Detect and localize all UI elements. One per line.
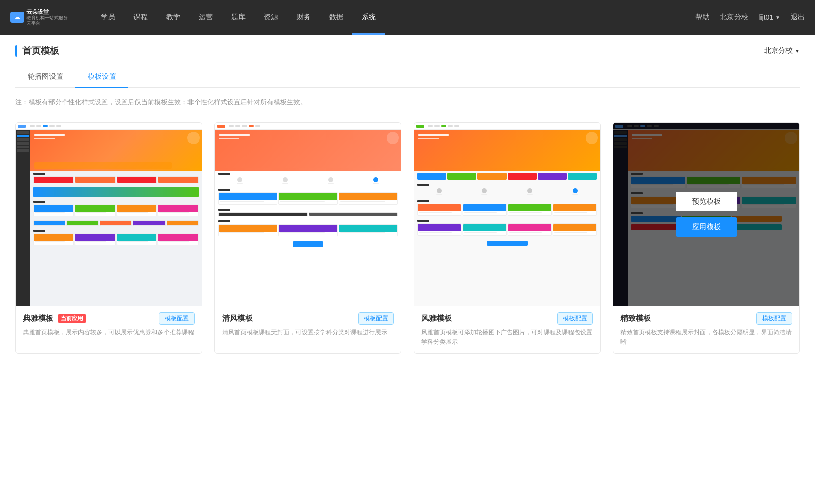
config-button-fengya[interactable]: 模板配置 (557, 312, 593, 325)
navbar-right: 帮助 北京分校 lijt01 ▼ 退出 (695, 13, 805, 22)
logo-icon: ☁ (10, 12, 24, 23)
nav-item-finance[interactable]: 财务 (287, 0, 320, 35)
template-card-dianyan[interactable]: 典雅模板 当前应用 模板配置 典雅首页模板，展示内容较多，可以展示优惠券和多个推… (15, 122, 202, 354)
config-button-qingfeng[interactable]: 模板配置 (358, 312, 394, 325)
template-preview-jingzhi: 预览模板 应用模板 (613, 123, 799, 306)
page-content: 首页模板 北京分校 ▼ 轮播图设置 模板设置 注：模板有部分个性化样式设置，设置… (0, 35, 815, 504)
nav-item-operations[interactable]: 运营 (189, 0, 222, 35)
template-preview-fengya (414, 123, 600, 306)
template-desc-jingzhi: 精致首页模板支持课程展示封面，各模板分隔明显，界面简洁清晰 (620, 328, 792, 346)
user-menu[interactable]: lijt01 ▼ (758, 13, 780, 21)
nav-item-resources[interactable]: 资源 (255, 0, 287, 35)
tab-template[interactable]: 模板设置 (75, 67, 128, 88)
template-preview-dianyan (16, 123, 202, 306)
nav-item-questions[interactable]: 题库 (222, 0, 255, 35)
logo-sub: 教育机构一站式服务云平台 (26, 15, 71, 26)
template-preview-qingfeng (215, 123, 401, 306)
page-title: 首页模板 (22, 45, 59, 57)
template-footer-fengya: 风雅模板 模板配置 风雅首页模板可添加轮播图下广告图片，可对课程及课程包设置学科… (414, 306, 600, 353)
template-name-dianyan: 典雅模板 当前应用 (23, 314, 86, 323)
template-name-jingzhi: 精致模板 (620, 314, 651, 323)
navbar-nav: 学员 课程 教学 运营 题库 资源 财务 数据 系统 (92, 0, 695, 35)
template-footer-jingzhi: 精致模板 模板配置 精致首页模板支持课程展示封面，各模板分隔明显，界面简洁清晰 (613, 306, 799, 353)
config-button-dianyan[interactable]: 模板配置 (159, 312, 195, 325)
template-grid: 典雅模板 当前应用 模板配置 典雅首页模板，展示内容较多，可以展示优惠券和多个推… (15, 122, 800, 354)
chevron-down-icon: ▼ (775, 15, 780, 20)
nav-item-system[interactable]: 系统 (352, 0, 385, 35)
branch-selector[interactable]: 北京分校 ▼ (764, 46, 800, 55)
branch-label: 北京分校 (764, 46, 793, 55)
tabs: 轮播图设置 模板设置 (15, 67, 800, 88)
template-name-fengya: 风雅模板 (421, 314, 452, 323)
template-card-fengya[interactable]: 风雅模板 模板配置 风雅首页模板可添加轮播图下广告图片，可对课程及课程包设置学科… (414, 122, 601, 354)
nav-item-data[interactable]: 数据 (320, 0, 352, 35)
template-footer-dianyan: 典雅模板 当前应用 模板配置 典雅首页模板，展示内容较多，可以展示优惠券和多个推… (16, 306, 202, 344)
logo: ☁ 云朵设堂 教育机构一站式服务云平台 (10, 6, 71, 29)
logout-link[interactable]: 退出 (791, 13, 805, 22)
template-card-jingzhi[interactable]: 预览模板 应用模板 精致模板 模板配置 精致首页模板支持课程展示封面，各模板分隔… (613, 122, 800, 354)
template-footer-qingfeng: 清风模板 模板配置 清风首页模板课程无封面，可设置按学科分类对课程进行展示 (215, 306, 401, 344)
nav-item-courses[interactable]: 课程 (124, 0, 157, 35)
title-bar-decoration (15, 45, 17, 57)
apply-template-button[interactable]: 应用模板 (676, 217, 737, 237)
template-overlay-jingzhi: 预览模板 应用模板 (613, 123, 799, 306)
template-name-qingfeng: 清风模板 (222, 314, 253, 323)
page-header: 首页模板 北京分校 ▼ (15, 45, 800, 57)
template-desc-fengya: 风雅首页模板可添加轮播图下广告图片，可对课程及课程包设置学科分类展示 (421, 328, 593, 346)
tab-carousel[interactable]: 轮播图设置 (15, 67, 75, 88)
config-button-jingzhi[interactable]: 模板配置 (756, 312, 792, 325)
template-desc-qingfeng: 清风首页模板课程无封面，可设置按学科分类对课程进行展示 (222, 328, 394, 337)
logo-name: 云朵设堂 (26, 9, 71, 15)
template-desc-dianyan: 典雅首页模板，展示内容较多，可以展示优惠券和多个推荐课程 (23, 328, 195, 337)
chevron-down-icon: ▼ (795, 48, 800, 54)
navbar: ☁ 云朵设堂 教育机构一站式服务云平台 学员 课程 教学 运营 题库 资源 财务… (0, 0, 815, 35)
notice-text: 注：模板有部分个性化样式设置，设置后仅当前模板生效；非个性化样式设置后针对所有模… (15, 98, 800, 107)
nav-item-teaching[interactable]: 教学 (157, 0, 189, 35)
preview-template-button[interactable]: 预览模板 (676, 192, 737, 211)
branch-link[interactable]: 北京分校 (720, 13, 748, 22)
nav-item-students[interactable]: 学员 (92, 0, 124, 35)
username: lijt01 (758, 13, 773, 21)
template-card-qingfeng[interactable]: 清风模板 模板配置 清风首页模板课程无封面，可设置按学科分类对课程进行展示 (214, 122, 401, 354)
page-title-wrap: 首页模板 (15, 45, 59, 57)
help-link[interactable]: 帮助 (695, 13, 710, 22)
badge-current-dianyan: 当前应用 (58, 314, 86, 323)
